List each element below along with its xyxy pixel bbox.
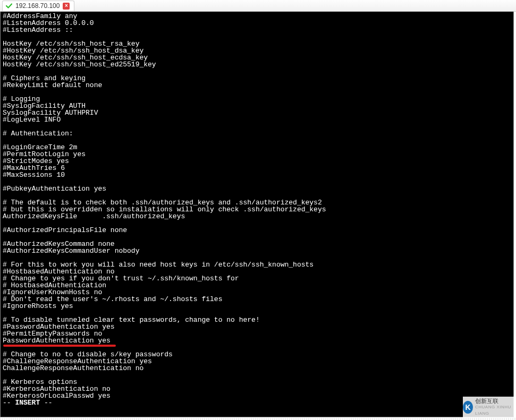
terminal-line: #AuthorizedPrincipalsFile none [3, 227, 511, 234]
tab-bar: 192.168.70.100 × [0, 0, 516, 12]
terminal-line: #StrictModes yes [3, 158, 511, 165]
terminal-line: SyslogFacility AUTHPRIV [3, 109, 511, 116]
terminal-line: #AuthorizedKeysCommandUser nobody [3, 247, 511, 254]
watermark-text-cn: 创新互联 [475, 398, 516, 404]
terminal-line: #RekeyLimit default none [3, 82, 511, 89]
terminal-line [3, 137, 511, 144]
connection-tab[interactable]: 192.168.70.100 × [2, 1, 74, 11]
terminal-line: #MaxAuthTries 6 [3, 165, 511, 172]
terminal-line: # Don't read the user's ~/.rhosts and ~/… [3, 296, 511, 303]
tab-title: 192.168.70.100 [15, 2, 60, 10]
watermark: K 创新互联 CHUANG XINHU LIANG [463, 397, 516, 418]
terminal-line: #ListenAddress :: [3, 27, 511, 33]
watermark-text-en: CHUANG XINHU LIANG [475, 404, 516, 417]
terminal-line: #LogLevel INFO [3, 116, 511, 123]
terminal-line: #PermitRootLogin yes [3, 151, 511, 158]
terminal-line [3, 89, 511, 96]
terminal-line [3, 372, 511, 379]
terminal-line: ChallengeResponseAuthentication no [3, 365, 511, 372]
watermark-logo-icon: K [463, 401, 473, 414]
terminal-line: #KerberosOrLocalPasswd yes [3, 392, 511, 399]
terminal-line: #ListenAddress 0.0.0.0 [3, 20, 511, 27]
terminal-viewport[interactable]: #AddressFamily any#ListenAddress 0.0.0.0… [0, 12, 514, 417]
terminal-line: #PubkeyAuthentication yes [3, 185, 511, 192]
bottom-strip [0, 418, 516, 420]
editor-mode-line: -- INSERT -- [3, 399, 511, 406]
connected-icon [6, 3, 12, 9]
terminal-line: # Authentication: [3, 130, 511, 137]
terminal-line: PasswordAuthentication yes [3, 337, 511, 344]
close-icon[interactable]: × [63, 3, 70, 10]
terminal-line: AuthorizedKeysFile .ssh/authorized_keys [3, 213, 511, 220]
terminal-line: #IgnoreRhosts yes [3, 303, 511, 310]
terminal-line: HostKey /etc/ssh/ssh_host_ed25519_key [3, 61, 511, 68]
terminal-line: #MaxSessions 10 [3, 172, 511, 178]
terminal-line [3, 123, 511, 130]
annotation-underline [3, 345, 116, 347]
